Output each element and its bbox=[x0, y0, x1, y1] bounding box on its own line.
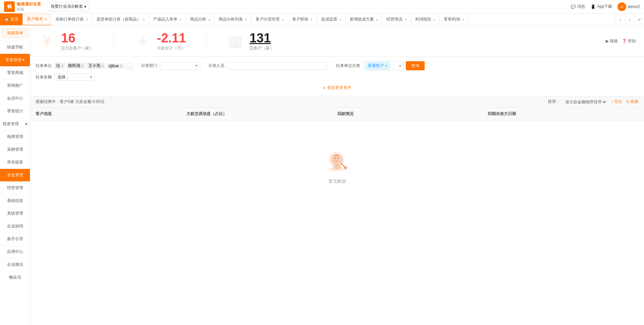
unit-class-tag-remove[interactable]: × bbox=[385, 64, 387, 68]
unit-tag-wu-remove[interactable]: × bbox=[61, 64, 63, 68]
unit-tag-wu-text: 伍 bbox=[56, 63, 60, 69]
tab-business-close[interactable]: × bbox=[404, 17, 406, 22]
sidebar-item-system[interactable]: 系统管理 bbox=[0, 207, 30, 220]
sidebar-item-vip[interactable]: 畅会员 bbox=[0, 271, 30, 284]
help-action[interactable]: ❓ 帮助 bbox=[622, 38, 636, 44]
sidebar-item-retail-mall[interactable]: 零售商城 bbox=[0, 67, 30, 79]
sidebar-item-basic[interactable]: 基础信息 bbox=[0, 194, 30, 207]
sidebar: 搜索菜单 快捷导航 零售管理 ▾ 零售商城 营销推广 会员中心 零售统计 批发管… bbox=[0, 26, 30, 325]
system-label: 系统管理 bbox=[7, 211, 23, 216]
tab-scroll-left[interactable]: ‹ bbox=[616, 13, 625, 26]
filter-collapse-row: ∧ 收起更多条件 bbox=[36, 83, 639, 92]
tab-retail-profit-close[interactable]: × bbox=[462, 17, 464, 22]
company-selector[interactable]: 母婴行业演示帐套 ▾ bbox=[48, 2, 89, 11]
unit-class-filter-label: 往来单位分类 bbox=[336, 63, 360, 69]
tab-scroll-right[interactable]: › bbox=[625, 13, 635, 26]
collapse-btn[interactable]: ∧ 收起更多条件 bbox=[323, 85, 351, 91]
sidebar-item-wholesale[interactable]: 批发管理 ▾ bbox=[0, 118, 30, 131]
content-area: ¥ 16 总欠款客户（家） ✦ -2.11 欠款合计（万） 🏢 131 bbox=[30, 26, 644, 325]
tab-retail-profit[interactable]: 零售利润 × bbox=[440, 13, 468, 26]
user-action[interactable]: d demo2 bbox=[617, 2, 640, 11]
tab-arrows: ‹ › ⤢ bbox=[615, 13, 644, 26]
table-container: 客户信息 欠款交易信息（占比） 回款情况 到期未放欠日期 bbox=[30, 108, 644, 325]
sort-select[interactable]: 按欠款金额倒序排序 bbox=[564, 99, 607, 105]
purchase-label: 采购管理 bbox=[7, 147, 23, 152]
tab-add-raise[interactable]: 新增提成方案 × bbox=[346, 13, 382, 26]
tab-product-inbound-close[interactable]: × bbox=[179, 17, 181, 22]
tab-inbound-stats[interactable]: 进货单统计表（按商品） × bbox=[92, 13, 149, 26]
tab-customer-contact-close[interactable]: × bbox=[310, 17, 312, 22]
stat-total-data: 131 总客户（家） bbox=[250, 31, 274, 51]
help-icon: ❓ bbox=[622, 39, 627, 43]
refresh-btn[interactable]: ↻ 刷新 bbox=[626, 99, 639, 105]
sidebar-item-newbie[interactable]: 新手引导 bbox=[0, 233, 30, 246]
sidebar-item-member[interactable]: 会员中心 bbox=[0, 92, 30, 105]
unit-class-select[interactable]: 普通客户 × ▾ bbox=[363, 61, 403, 71]
avatar: d bbox=[617, 2, 626, 11]
app-download-action[interactable]: 📱 App下载 bbox=[591, 4, 612, 9]
unit-filter-label: 往来单位 bbox=[36, 63, 52, 69]
dept-select-container bbox=[160, 62, 200, 70]
unit-tag-chen-remove[interactable]: × bbox=[81, 64, 84, 68]
unit-tag-cjttcw-remove[interactable]: × bbox=[120, 64, 122, 68]
sidebar-item-ecommerce[interactable]: 电商管理 bbox=[0, 131, 30, 143]
tab-home[interactable]: 🏠 首页 bbox=[0, 13, 23, 26]
dept-select[interactable] bbox=[160, 62, 200, 70]
message-action[interactable]: 💬 消息 bbox=[571, 4, 585, 9]
stats-bar: ¥ 16 总欠款客户（家） ✦ -2.11 欠款合计（万） 🏢 131 bbox=[30, 26, 644, 57]
stat-debt-customers: ¥ 16 总欠款客户（家） bbox=[38, 31, 114, 51]
unit-tag-wang: 王小亮 × bbox=[87, 63, 105, 69]
main-layout: 搜索菜单 快捷导航 零售管理 ▾ 零售商城 营销推广 会员中心 零售统计 批发管… bbox=[0, 26, 644, 325]
tab-raise-settings[interactable]: 提成设置 × bbox=[317, 13, 346, 26]
tab-inbound-stats-close[interactable]: × bbox=[143, 17, 145, 22]
sidebar-item-retail[interactable]: 零售管理 ▾ bbox=[0, 54, 30, 67]
tab-customer-contact[interactable]: 客户联络 × bbox=[288, 13, 317, 26]
sidebar-item-marketing[interactable]: 营销推广 bbox=[0, 79, 30, 92]
tab-expand[interactable]: ⤢ bbox=[635, 13, 644, 26]
tab-purchase-stats-close[interactable]: × bbox=[86, 17, 88, 22]
person-input-more[interactable]: ··· bbox=[323, 64, 326, 68]
tab-home-label: 首页 bbox=[10, 16, 18, 22]
tab-product-analysis-list[interactable]: 商品分析列表 × bbox=[215, 13, 251, 26]
tab-customer-layer[interactable]: 客户分层经营 × bbox=[252, 13, 288, 26]
video-action[interactable]: ▶ 视频 bbox=[606, 38, 618, 44]
tab-product-analysis-close[interactable]: × bbox=[208, 17, 210, 22]
stat-debt-data: -2.11 欠款合计（万） bbox=[157, 31, 186, 51]
tab-bar: 🏠 首页 客户账本 × 采购订单统计表 × 进货单统计表（按商品） × 产成品入… bbox=[0, 13, 644, 26]
tab-customer-book[interactable]: 客户账本 × bbox=[23, 13, 51, 26]
sidebar-item-inventory[interactable]: 库存核算 bbox=[0, 156, 30, 169]
chevron-down-icon: ▾ bbox=[84, 4, 86, 9]
sidebar-item-operation[interactable]: 经营管理 bbox=[0, 182, 30, 194]
person-input[interactable] bbox=[227, 62, 328, 70]
tab-product-inbound[interactable]: 产成品入库单 × bbox=[149, 13, 186, 26]
export-btn[interactable]: ↑ 导出 bbox=[611, 99, 622, 105]
sidebar-item-purchase[interactable]: 采购管理 bbox=[0, 143, 30, 156]
sidebar-item-retail-stats[interactable]: 零售统计 bbox=[0, 105, 30, 118]
sidebar-search-btn[interactable]: 搜索菜单 bbox=[2, 28, 28, 38]
sidebar-item-wechat[interactable]: 企业微信 bbox=[0, 258, 30, 271]
tab-product-analysis-list-close[interactable]: × bbox=[245, 17, 247, 22]
tab-add-raise-close[interactable]: × bbox=[376, 17, 378, 22]
search-button[interactable]: 查询 bbox=[406, 61, 425, 70]
tab-profit-report[interactable]: 利润报告 × bbox=[411, 13, 440, 26]
tab-product-analysis-label: 商品分析 bbox=[190, 16, 206, 22]
tab-customer-layer-close[interactable]: × bbox=[282, 17, 284, 22]
sidebar-item-enterprise[interactable]: 企业协同 bbox=[0, 220, 30, 233]
tab-purchase-stats[interactable]: 采购订单统计表 × bbox=[51, 13, 92, 26]
ecommerce-label: 电商管理 bbox=[7, 134, 23, 139]
sidebar-item-quick-nav[interactable]: 快捷导航 bbox=[0, 41, 30, 54]
tab-business[interactable]: 经营情况 × bbox=[382, 13, 411, 26]
sidebar-item-finance[interactable]: 资金管理 bbox=[0, 169, 30, 182]
tab-customer-layer-label: 客户分层经营 bbox=[256, 16, 280, 22]
tab-raise-settings-close[interactable]: × bbox=[339, 17, 341, 22]
unit-tag-more[interactable]: ... bbox=[125, 63, 133, 69]
tab-customer-book-close[interactable]: × bbox=[45, 17, 47, 21]
unit-tag-wang-remove[interactable]: × bbox=[101, 64, 104, 68]
enterprise-label: 企业协同 bbox=[7, 224, 23, 228]
person-filter-label: 分管人员 bbox=[208, 63, 224, 69]
tab-product-analysis[interactable]: 商品分析 × bbox=[186, 13, 215, 26]
tab-profit-report-close[interactable]: × bbox=[433, 17, 435, 22]
sidebar-item-app-center[interactable]: 应用中心 bbox=[0, 246, 30, 258]
username: demo2 bbox=[628, 4, 640, 9]
balance-select[interactable]: 选择... bbox=[54, 73, 95, 81]
